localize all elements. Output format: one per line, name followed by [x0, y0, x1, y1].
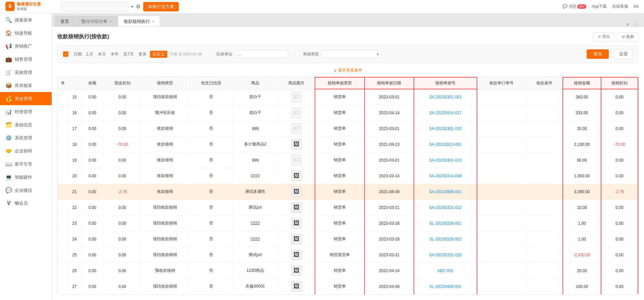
- sidebar-item-purchase[interactable]: 🛒 采购管理: [0, 66, 52, 79]
- query-button[interactable]: 查询: [587, 49, 609, 59]
- partner-filter-label: 往来单位: [216, 51, 232, 57]
- verify-bill-link[interactable]: SA-20210813-001: [429, 142, 462, 147]
- sidebar-item-inventory[interactable]: 📦 库存核算: [0, 79, 52, 92]
- last-month-btn[interactable]: 上月: [84, 51, 95, 58]
- verify-bill-link[interactable]: SA-20230331-026: [429, 253, 462, 257]
- data-table: ⚙ 余额 现金折扣 核销类型 包含已结清 商品 商品图片 核销单据类型 核销单据…: [58, 77, 638, 295]
- sales-icon: 💼: [5, 56, 12, 62]
- partner-input[interactable]: [234, 50, 288, 58]
- search-icon: 🔍: [5, 17, 12, 23]
- table-header-row: ⚙ 余额 现金折扣 核销类型 包含已结清 商品 商品图片 核销单据类型 核销单据…: [58, 77, 638, 89]
- purchase-icon: 🛒: [5, 69, 12, 76]
- verify-bill-link[interactable]: SA-20230314-008: [429, 174, 462, 178]
- verify-bill-link[interactable]: SL-20230328-002: [429, 237, 462, 242]
- td-balance: 0.00: [80, 294, 104, 295]
- member-icon: V: [5, 200, 12, 206]
- settings-icon[interactable]: ⚙: [136, 3, 141, 10]
- td-verify-amount: 2,100.00: [563, 136, 601, 152]
- more-date-btn[interactable]: 更多: [137, 51, 148, 58]
- sidebar-item-basic[interactable]: 🗂️ 基础信息: [0, 118, 52, 131]
- td-receipt-order-no: [477, 136, 526, 152]
- filter-collapse-btn[interactable]: »: [63, 51, 68, 57]
- message-icon[interactable]: 💬 消息99+: [562, 4, 586, 9]
- td-cash-discount: 0.00: [104, 294, 141, 295]
- verify-bill-link[interactable]: SA-20230301-010: [429, 158, 462, 163]
- td-balance: 0.00: [80, 105, 104, 121]
- tab-receipts[interactable]: 收款核销执行 ×: [118, 16, 160, 27]
- td-gear: [58, 105, 68, 121]
- custom-date-btn[interactable]: 自定义: [150, 51, 167, 58]
- voucher-type-select[interactable]: [321, 50, 381, 58]
- app-download-link[interactable]: App下载: [592, 4, 607, 9]
- td-verify-bill-date: 2023-03-28: [365, 215, 414, 231]
- dropdown-arrow[interactable]: ▾: [131, 4, 133, 9]
- th-verify-bill-date: 核销单据日期: [365, 77, 414, 89]
- date-range-display: 不限 至 2023-07-26: [170, 52, 202, 57]
- home-icon: 🏠: [5, 30, 12, 36]
- window-close-btn[interactable]: ✕: [625, 22, 630, 27]
- verify-bill-link[interactable]: SA-20230301-010: [429, 126, 462, 131]
- td-goods: 测试jun: [232, 200, 278, 215]
- sidebar-item-guide[interactable]: 📖 新手引导: [0, 158, 52, 171]
- sidebar-item-system[interactable]: ⚙️ 系统管理: [0, 131, 52, 144]
- td-goods: 多计量商品2: [232, 136, 278, 152]
- this-year-btn[interactable]: 本年: [109, 51, 120, 58]
- td-verify-discount: 0.00: [601, 121, 638, 136]
- td-goods: 2222: [232, 294, 278, 295]
- sidebar-item-enterprise[interactable]: 🤝 企业协同: [0, 144, 52, 158]
- td-cash-discount: 0.00: [104, 215, 141, 231]
- td-seq: 27: [68, 278, 80, 294]
- tab-home[interactable]: 首页: [55, 16, 75, 27]
- sidebar-item-wechat[interactable]: 💬 企业微信: [0, 184, 52, 197]
- last-7days-btn[interactable]: 近7天: [122, 51, 135, 58]
- td-cash-discount: 0.00: [104, 152, 141, 168]
- sidebar-item-search[interactable]: 🔍 搜索菜单: [0, 13, 52, 27]
- refresh-button[interactable]: ↺ 刷新: [617, 32, 639, 41]
- td-verify-bill-no: SL-20230418-001: [414, 294, 477, 295]
- td-goods-image: 🖼: [278, 278, 315, 294]
- th-gear[interactable]: ⚙: [58, 77, 68, 89]
- top-search-input[interactable]: [61, 2, 128, 11]
- voucher-type-label: 单据类型: [303, 51, 319, 57]
- verify-bill-link[interactable]: SA-20230301-001: [429, 95, 462, 99]
- settings-button[interactable]: 设置: [614, 49, 633, 59]
- this-month-btn[interactable]: 本月: [97, 51, 107, 58]
- tab-prepay-close[interactable]: ×: [109, 19, 112, 24]
- window-maximize-btn[interactable]: ⬜: [633, 22, 637, 27]
- td-seq: 20: [68, 168, 80, 184]
- sidebar-item-operations[interactable]: 📊 经营管理: [0, 105, 52, 118]
- industry-solution-button[interactable]: 体验行业方案: [143, 2, 179, 11]
- sidebar-item-member[interactable]: V 畅会员: [0, 197, 52, 210]
- td-verify-bill-type: 销货单: [315, 278, 365, 294]
- tab-prepay[interactable]: 预付冲应付单 ×: [75, 16, 117, 27]
- app-badge: 标准版: [17, 7, 41, 11]
- td-include-settled: 否: [190, 294, 232, 295]
- online-service-link[interactable]: 在线客服: [612, 4, 628, 9]
- tab-receipts-close[interactable]: ×: [152, 19, 154, 24]
- td-verify-amount: 333.00: [563, 105, 601, 121]
- td-verify-type: 预收款核销: [141, 263, 190, 278]
- verify-bill-link[interactable]: SA-20210808-001: [429, 189, 462, 194]
- sidebar-item-finance[interactable]: 💰 资金管理: [0, 92, 52, 105]
- table-row: 15 0.00 0.00 现结收款核销 否 老白干 🏷 销货单 2023-03-…: [58, 89, 638, 105]
- td-gear: [58, 168, 68, 184]
- td-verify-discount: -2.76: [601, 184, 638, 200]
- td-verify-type: 收款核销: [141, 184, 190, 200]
- verify-bill-link[interactable]: SL-20230328-001: [429, 221, 462, 226]
- sidebar-item-quick-nav[interactable]: 🏠 快捷导航: [0, 27, 52, 40]
- td-goods: 老白干: [232, 89, 278, 105]
- verify-bill-link[interactable]: SA-20230321-012: [429, 205, 462, 210]
- verify-bill-link[interactable]: SA-20230414-017: [429, 111, 462, 115]
- sidebar-item-smart[interactable]: 💻 智能硬件: [0, 171, 52, 184]
- td-include-settled: 否: [190, 105, 232, 121]
- export-button[interactable]: ↗ 导出: [593, 32, 614, 41]
- sidebar-item-marketing[interactable]: 📢 营销推广: [0, 40, 52, 53]
- td-receipt-condition: [526, 278, 563, 294]
- td-receipt-condition: [526, 168, 563, 184]
- sidebar-item-sales[interactable]: 💼 销售管理: [0, 53, 52, 66]
- table-row: 24 0.00 0.00 现结收款核销 否 2222 🖼 销货单 2023-03…: [58, 231, 638, 247]
- verify-bill-link[interactable]: ABC-001: [437, 268, 454, 273]
- expand-more-btn[interactable]: ∨ 展开更多条件: [334, 68, 362, 73]
- td-cash-discount: 0.00: [104, 263, 141, 278]
- verify-bill-link[interactable]: SL-20230408-001: [429, 284, 462, 289]
